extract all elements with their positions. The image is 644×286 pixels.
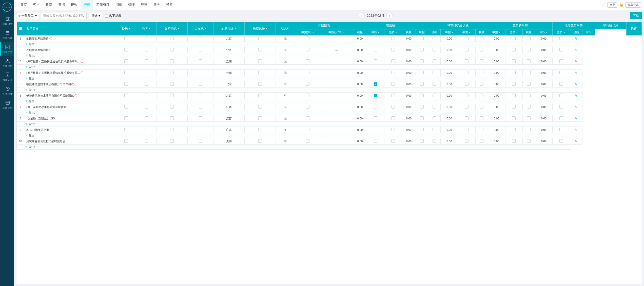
sidebar-item-summary[interactable]: 汇算清缴 <box>0 84 14 98</box>
edit-cell[interactable]: ✎ <box>570 70 582 76</box>
note-text: 备注: <box>29 134 35 137</box>
employee-filter-select[interactable]: 全部员工 ▾ <box>16 12 39 19</box>
nav-bookkeeping[interactable]: 记账 <box>68 0 81 10</box>
empty-check <box>170 71 174 74</box>
sidebar-item-tax-record[interactable]: 报税记录 <box>0 70 14 84</box>
vat-amount-cell: 0.00 <box>353 81 367 87</box>
edit-cell[interactable]: ✎ <box>570 127 582 133</box>
edit-cell[interactable]: ✎ <box>570 81 582 87</box>
search-input[interactable] <box>43 14 81 17</box>
prev-month-button[interactable]: ‹ <box>359 13 365 19</box>
ledu-declare-cell <box>505 104 523 110</box>
vip-button[interactable]: 畅享会员 <box>625 2 641 8</box>
edit-cell[interactable]: ✎ <box>570 93 582 99</box>
city-declare-cell <box>416 93 428 99</box>
edu-pay-cell <box>475 93 488 99</box>
edit-icon[interactable]: ✎ <box>575 37 577 41</box>
edit-cell[interactable]: ✎ <box>570 35 582 42</box>
nav-service[interactable]: 服务 <box>150 0 163 10</box>
ledu-pay-cell <box>523 58 535 65</box>
income-cell: 有 <box>276 138 295 145</box>
empty-check <box>391 116 395 120</box>
sidebar-item-label: 汇算清缴 <box>3 92 13 96</box>
edit-cell[interactable]: ✎ <box>570 115 582 122</box>
search-box[interactable]: 🔍 <box>41 12 87 19</box>
empty-check <box>306 71 309 74</box>
swipe-cell <box>136 127 157 133</box>
empty-check <box>512 59 516 63</box>
edit-icon[interactable]: ✎ <box>575 139 577 143</box>
vat-amount-cell: 0.00 <box>353 104 367 110</box>
empty-check <box>527 37 531 40</box>
city-amount-cell: 0.00 <box>402 58 416 65</box>
nav-customers[interactable]: 客户 <box>30 0 43 10</box>
th-citygroup: 城市维护建设税 <box>428 22 488 29</box>
nav-home[interactable]: 首页 <box>17 0 30 10</box>
edit-icon[interactable]: ✎ <box>575 60 577 63</box>
confirm-cell <box>157 70 188 76</box>
edu-amount-cell: 0.00 <box>441 104 458 110</box>
sidebar-item-annual-report[interactable]: 工商年报 <box>0 98 14 112</box>
sidebar-item-tax-settings[interactable]: 报税设置 <box>0 14 14 28</box>
vat-pay-cell <box>384 70 402 76</box>
edit-cell[interactable]: ✎ <box>570 138 582 145</box>
edit-cell[interactable]: ✎ <box>570 58 582 65</box>
pencil-icon: ✎ <box>25 43 28 46</box>
edit-icon[interactable]: ✎ <box>575 48 577 52</box>
nav-industry[interactable]: 工商项目 <box>93 0 112 10</box>
select-all-checkbox[interactable] <box>19 27 22 30</box>
nav-messages[interactable]: 消息 <box>112 0 125 10</box>
edit-icon[interactable]: ✎ <box>575 105 577 109</box>
cw-month-cell: — <box>321 93 353 99</box>
th-stamp-amount: 税额 <box>570 29 582 35</box>
logo: CANI <box>2 2 12 12</box>
filter-button[interactable]: 筛选 ▾ <box>89 12 103 19</box>
th-confirm: 客户确认▼ <box>157 22 188 35</box>
empty-check <box>559 82 563 86</box>
sidebar-item-tax-list[interactable]: 报税总览 <box>0 42 14 56</box>
edit-cell[interactable]: ✎ <box>570 104 582 110</box>
note-text: 备注: <box>29 77 35 80</box>
th-ledugroup: 地方教育附加 <box>553 22 595 29</box>
stamp-amount-cell: 0.00 <box>535 35 553 42</box>
edit-icon[interactable]: ✎ <box>575 128 577 132</box>
empty-check <box>527 71 531 74</box>
edit-icon[interactable]: ✎ <box>575 117 577 120</box>
fullscreen-button[interactable]: 全屏 <box>607 2 617 8</box>
empty-check <box>374 116 377 120</box>
download-button[interactable]: 下载 <box>630 12 642 19</box>
empty-check <box>124 59 128 63</box>
edit-cell[interactable]: ✎ <box>570 47 582 53</box>
checkbox-label[interactable]: 名下标表 <box>105 14 121 18</box>
ledu-declare-cell <box>505 35 523 42</box>
edu-pay-cell <box>475 104 488 110</box>
edit-icon[interactable]: ✎ <box>575 82 577 86</box>
tax-table-wrapper[interactable]: 客户名称 抄税▼ 清卡▼ 客户确认▼ 已完税▼ 所属地区▼ 税控设备▼ 收入C … <box>16 21 642 284</box>
edit-icon[interactable]: ✎ <box>575 94 577 98</box>
name-cell: 畅捷通信息技术股份有限公司民珠测试ⓘ <box>24 81 116 87</box>
sidebar-item-batch-tax[interactable]: 批量报税 <box>0 28 14 42</box>
nav-settings[interactable]: 设置 <box>163 0 176 10</box>
empty-check <box>527 139 531 143</box>
nav-invoice[interactable]: 票据 <box>55 0 68 10</box>
nav-management[interactable]: 管理 <box>125 0 138 10</box>
nav-tax[interactable]: 报税 <box>81 0 93 10</box>
swipe-cell <box>136 93 157 99</box>
edu-declare-cell <box>458 35 475 42</box>
empty-check <box>420 94 424 97</box>
table-row: 1 勿删新锐网络通信ⓘ 北京 无 — 0.00 0.00 0.00 0.00 0… <box>17 35 642 42</box>
nav-finance[interactable]: 经营 <box>138 0 150 10</box>
named-table-checkbox[interactable] <box>105 14 108 17</box>
edu-amount-cell: 0.00 <box>441 138 458 145</box>
swipe-cell <box>136 47 157 53</box>
swipe-cell <box>136 58 157 65</box>
empty-check <box>258 116 262 120</box>
nav-billing[interactable]: 收费 <box>43 0 55 10</box>
edit-icon[interactable]: ✎ <box>575 71 577 75</box>
region-cell: 云南 <box>213 70 244 76</box>
empty-check <box>170 105 174 109</box>
next-month-button[interactable]: › <box>386 13 393 19</box>
empty-check <box>465 37 469 40</box>
sidebar-item-personal-tax[interactable]: 个税申报 <box>0 56 14 70</box>
vat-declare-cell <box>367 70 384 76</box>
